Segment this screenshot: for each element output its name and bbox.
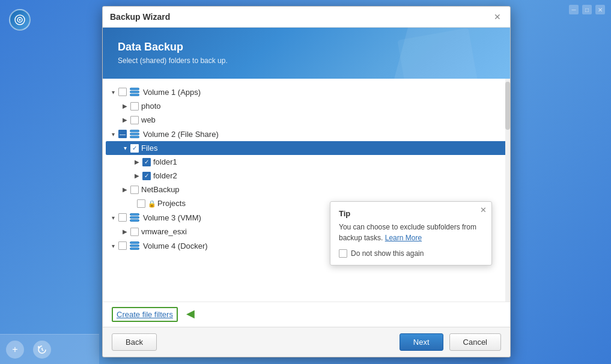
scrollbar-track[interactable] <box>505 79 510 302</box>
label-netbackup: NetBackup <box>141 185 180 194</box>
tip-do-not-show-checkbox[interactable] <box>339 249 347 258</box>
expand-vol3[interactable]: ▾ <box>109 213 117 222</box>
label-vol2: Volume 2 (File Share) <box>143 130 219 139</box>
dialog-close-button[interactable]: ✕ <box>492 11 503 22</box>
checkbox-vmware[interactable] <box>130 228 139 236</box>
cancel-button[interactable]: Cancel <box>449 333 501 351</box>
app-icon[interactable] <box>9 9 31 31</box>
add-task-icon[interactable]: + <box>6 341 24 359</box>
dialog-title: Backup Wizard <box>110 12 170 22</box>
volume-icon-vol1 <box>129 87 140 97</box>
desktop-window-controls: ─ □ ✕ <box>569 5 605 14</box>
label-photo: photo <box>141 102 161 111</box>
tree-item-files[interactable]: ▾ ✓ Files <box>106 141 507 155</box>
backup-wizard-dialog: Backup Wizard ✕ Data Backup Select (shar… <box>102 6 511 357</box>
checkbox-netbackup[interactable] <box>130 186 139 194</box>
label-web: web <box>141 115 156 124</box>
checkbox-vol1[interactable] <box>118 88 127 96</box>
tip-body: You can choose to exclude subfolders fro… <box>339 222 483 243</box>
tree-item-folder2[interactable]: ▶ ✓ folder2 <box>106 169 507 183</box>
expand-vol1[interactable]: ▾ <box>109 88 117 96</box>
tree-item-folder1[interactable]: ▶ ✓ folder1 <box>106 155 507 169</box>
checkbox-photo[interactable] <box>130 102 139 111</box>
tip-do-not-show-label: Do not show this again <box>351 249 424 258</box>
expand-netbackup[interactable]: ▶ <box>121 186 129 194</box>
expand-vol2[interactable]: ▾ <box>109 130 117 138</box>
dialog-header: Data Backup Select (shared) folders to b… <box>103 28 510 79</box>
label-projects: Projects <box>157 199 186 208</box>
expand-photo[interactable]: ▶ <box>121 102 129 111</box>
tree-item-vol1[interactable]: ▾ Volume 1 (Apps) <box>106 85 507 99</box>
volume-icon-vol2 <box>129 129 140 139</box>
folder-tree: ▾ Volume 1 (Apps) ▶ photo <box>103 79 510 302</box>
expand-vmware[interactable]: ▶ <box>121 228 129 236</box>
label-vmware: vmware_esxi <box>141 227 187 236</box>
checkbox-vol4[interactable] <box>118 241 127 250</box>
tip-popup: ✕ Tip You can choose to exclude subfolde… <box>330 201 492 265</box>
checkbox-web[interactable] <box>130 116 139 124</box>
expand-folder2[interactable]: ▶ <box>133 172 141 180</box>
dialog-titlebar: Backup Wizard ✕ <box>103 7 510 28</box>
desktop: ─ □ ✕ + Backup Wizard ✕ Data Backup Sele… <box>0 0 611 364</box>
create-filters-area: Create file filters ◀ <box>103 302 510 327</box>
tip-checkbox-row: Do not show this again <box>339 249 483 258</box>
expand-vol4[interactable]: ▾ <box>109 241 117 250</box>
tree-item-web[interactable]: ▶ web <box>106 113 507 127</box>
expand-web[interactable]: ▶ <box>121 116 129 124</box>
dialog-footer: Back Next Cancel <box>103 327 510 357</box>
checkbox-folder2[interactable]: ✓ <box>142 172 151 180</box>
volume-icon-vol3 <box>129 213 140 222</box>
arrow-indicator: ◀ <box>186 307 195 320</box>
minimize-desktop-btn[interactable]: ─ <box>569 5 579 14</box>
taskbar: + <box>0 334 99 364</box>
close-desktop-btn[interactable]: ✕ <box>595 5 605 14</box>
header-title: Data Backup <box>118 41 495 53</box>
label-folder2: folder2 <box>153 171 177 180</box>
expand-folder1[interactable]: ▶ <box>133 158 141 166</box>
label-vol1: Volume 1 (Apps) <box>143 88 201 97</box>
label-vol4: Volume 4 (Docker) <box>143 241 208 250</box>
next-button[interactable]: Next <box>400 333 443 351</box>
checkbox-files[interactable]: ✓ <box>130 144 139 153</box>
tip-learn-more-link[interactable]: Learn More <box>385 234 422 242</box>
checkbox-vol3[interactable] <box>118 213 127 222</box>
checkbox-folder1[interactable]: ✓ <box>142 158 151 166</box>
label-folder1: folder1 <box>153 157 177 166</box>
maximize-desktop-btn[interactable]: □ <box>582 5 592 14</box>
checkbox-projects[interactable] <box>137 199 145 208</box>
tree-item-photo[interactable]: ▶ photo <box>106 99 507 113</box>
tree-item-vol2[interactable]: ▾ — Volume 2 (File Share) <box>106 127 507 141</box>
checkbox-vol2[interactable]: — <box>118 130 127 138</box>
dialog-body: ▾ Volume 1 (Apps) ▶ photo <box>103 79 510 302</box>
svg-point-2 <box>19 19 21 21</box>
lock-icon: 🔒 <box>148 200 155 207</box>
back-button[interactable]: Back <box>112 333 157 351</box>
header-subtitle: Select (shared) folders to back up. <box>118 56 495 65</box>
volume-icon-vol4 <box>129 241 140 250</box>
tip-close-button[interactable]: ✕ <box>480 205 487 214</box>
expand-files[interactable]: ▾ <box>121 144 129 153</box>
label-vol3: Volume 3 (VMM) <box>143 213 201 222</box>
tree-item-netbackup[interactable]: ▶ NetBackup <box>106 183 507 196</box>
create-file-filters-link[interactable]: Create file filters <box>112 307 178 322</box>
scrollbar-thumb[interactable] <box>505 82 510 130</box>
tip-title: Tip <box>339 209 483 218</box>
history-icon[interactable] <box>33 341 51 359</box>
label-files: Files <box>141 144 157 153</box>
